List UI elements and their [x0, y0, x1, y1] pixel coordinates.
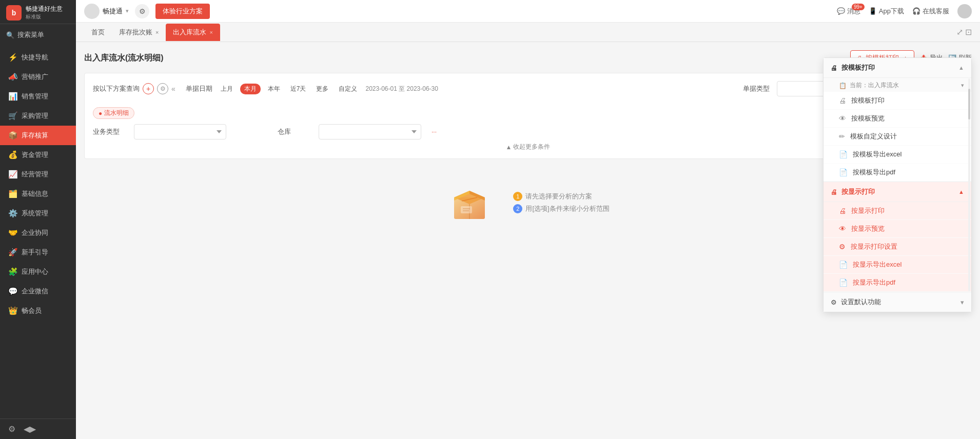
dropdown-item-display-print[interactable]: 🖨 按显示打印 — [824, 202, 971, 220]
active-filter-tag: ● 流水明细 — [93, 107, 134, 119]
tab-flow-close[interactable]: × — [209, 29, 212, 35]
logo-badge: 标准版 — [26, 13, 63, 21]
search-by-label: 按以下方案查询 — [93, 84, 140, 93]
display-settings-item-label: 按显示打印设置 — [851, 242, 897, 251]
sidebar-item-basic[interactable]: 🗂️ 基础信息 — [0, 184, 76, 204]
topbar-settings-btn[interactable]: ⚙ — [135, 4, 149, 18]
sidebar-item-label: 系统管理 — [22, 209, 48, 218]
topbar-avatar[interactable] — [957, 4, 972, 18]
sidebar-item-guide[interactable]: 🚀 新手引导 — [0, 243, 76, 262]
sidebar-item-finance[interactable]: 💰 资金管理 — [0, 145, 76, 165]
tab-batch[interactable]: 库存批次账 × — [112, 24, 166, 41]
sidebar-item-label: 基础信息 — [22, 189, 48, 198]
service-icon: 🎧 — [912, 7, 920, 15]
date-tab-last-month[interactable]: 上月 — [218, 84, 236, 94]
warehouse-more-btn[interactable]: ··· — [432, 128, 437, 135]
display-excel-icon: 📄 — [839, 261, 848, 269]
sidebar-item-collab[interactable]: 🤝 企业协同 — [0, 223, 76, 243]
template-customize-item-label: 模板自定义设计 — [850, 132, 897, 141]
dropdown-item-template-pdf[interactable]: 📄 按模板导出pdf — [824, 164, 971, 182]
dropdown-item-template-preview[interactable]: 👁 按模板预览 — [824, 110, 971, 128]
empty-hint-2: 2 用[选项]条件来缩小分析范围 — [513, 204, 609, 213]
footer-settings-icon: ⚙ — [831, 298, 837, 306]
sidebar-item-appstore[interactable]: 🧩 应用中心 — [0, 262, 76, 282]
tab-flow[interactable]: 出入库流水 × — [166, 24, 220, 41]
user-area[interactable]: 畅捷通 ▾ — [84, 4, 129, 19]
display-settings-icon: ⚙ — [839, 243, 846, 251]
app-download-label: App下载 — [879, 7, 904, 16]
filter-collapse-btn[interactable]: « — [171, 85, 175, 93]
sidebar-item-operation[interactable]: 📈 经营管理 — [0, 165, 76, 184]
template-customize-icon: ✏ — [839, 132, 845, 141]
dropdown-item-display-preview[interactable]: 👁 按显示预览 — [824, 220, 971, 238]
footer-chevron[interactable]: ▾ — [961, 298, 964, 306]
sidebar-item-member[interactable]: 👑 畅会员 — [0, 301, 76, 321]
empty-hints: 1 请先选择要分析的方案 2 用[选项]条件来缩小分析范围 — [513, 192, 609, 213]
sidebar-item-label: 畅会员 — [22, 306, 42, 315]
sidebar-item-quicknav[interactable]: ⚡ 快捷导航 — [0, 48, 76, 67]
dropdown-footer[interactable]: ⚙ 设置默认功能 ▾ — [824, 292, 971, 312]
tab-batch-close[interactable]: × — [155, 29, 159, 35]
sales-icon: 📊 — [8, 92, 17, 101]
business-type-label: 业务类型 — [93, 127, 124, 136]
appstore-icon: 🧩 — [8, 267, 17, 276]
dropdown-item-template-customize[interactable]: ✏ 模板自定义设计 — [824, 128, 971, 146]
date-tab-this-year[interactable]: 本年 — [265, 84, 283, 94]
member-icon: 👑 — [8, 306, 17, 315]
date-tab-more[interactable]: 更多 — [313, 84, 331, 94]
template-excel-icon: 📄 — [839, 150, 848, 158]
sidebar-item-sales[interactable]: 📊 销售管理 — [0, 87, 76, 106]
purchase-icon: 🛒 — [8, 111, 17, 121]
content-area: 首页 库存批次账 × 出入库流水 × ⤢ ⊡ 出入库流水(流水明细) — [76, 23, 980, 439]
dropdown-item-display-settings[interactable]: ⚙ 按显示打印设置 — [824, 238, 971, 256]
date-tab-custom[interactable]: 自定义 — [336, 84, 360, 94]
sidebar-item-inventory[interactable]: 📦 库存核算 — [0, 126, 76, 145]
current-icon: 📋 — [839, 82, 847, 89]
user-dropdown-icon[interactable]: ▾ — [126, 8, 129, 14]
tab-home[interactable]: 首页 — [84, 24, 112, 41]
tab-expand-btn[interactable]: ⤢ — [956, 27, 963, 37]
solution-btn[interactable]: 体验行业方案 — [155, 4, 210, 19]
sidebar-item-label: 营销推广 — [22, 72, 48, 82]
sidebar-item-system[interactable]: ⚙️ 系统管理 — [0, 204, 76, 223]
inventory-icon: 📦 — [8, 131, 17, 140]
message-btn[interactable]: 💬 消息 99+ — [837, 7, 860, 16]
search-menu-label: 搜索菜单 — [17, 30, 44, 39]
collapse-btn[interactable]: ▲ 收起更多条件 — [506, 143, 551, 151]
display-pdf-icon: 📄 — [839, 278, 848, 287]
dropdown-item-display-excel[interactable]: 📄 按显示导出excel — [824, 256, 971, 274]
template-section-chevron[interactable]: ▲ — [958, 65, 964, 71]
filter-settings-btn[interactable]: ⚙ — [157, 83, 168, 94]
tab-collapse-btn[interactable]: ⊡ — [965, 27, 972, 37]
add-filter-btn[interactable]: + — [143, 83, 154, 94]
online-service-btn[interactable]: 🎧 在线客服 — [912, 7, 949, 16]
logo-name: 畅捷通好生意 — [26, 5, 63, 13]
sidebar-search[interactable]: 🔍 搜索菜单 — [0, 24, 76, 46]
chevron-up-icon: ▲ — [506, 144, 512, 151]
date-tab-this-month[interactable]: 本月 — [240, 84, 261, 94]
business-type-select[interactable] — [134, 124, 226, 139]
sidebar-item-purchase[interactable]: 🛒 采购管理 — [0, 106, 76, 126]
date-tab-7days[interactable]: 近7天 — [287, 84, 309, 94]
display-section-chevron[interactable]: ▲ — [958, 189, 964, 195]
template-preview-icon: 👁 — [839, 114, 846, 123]
bottom-settings-icon[interactable]: ⚙ — [8, 424, 15, 434]
basic-icon: 🗂️ — [8, 189, 17, 198]
footer-label: 设置默认功能 — [841, 297, 881, 307]
empty-hint-1: 1 请先选择要分析的方案 — [513, 192, 609, 201]
dropdown-item-template-print[interactable]: 🖨 按模板打印 — [824, 92, 971, 110]
dropdown-item-template-excel[interactable]: 📄 按模板导出excel — [824, 146, 971, 164]
sidebar-item-wechat[interactable]: 💬 企业微信 — [0, 282, 76, 301]
sidebar-item-marketing[interactable]: 📣 营销推广 — [0, 67, 76, 87]
page-title: 出入库流水(流水明细) — [84, 53, 164, 64]
current-template-row: 📋 当前：出入库流水 ▾ — [824, 78, 971, 92]
warehouse-label: 仓库 — [278, 127, 308, 136]
bottom-help-icon[interactable]: ◀▶ — [24, 424, 36, 434]
app-download-btn[interactable]: 📱 App下载 — [869, 7, 904, 16]
dropdown-item-display-pdf[interactable]: 📄 按显示导出pdf — [824, 274, 971, 292]
template-print-section-header[interactable]: 🖨 按模板打印 ▲ — [824, 58, 971, 78]
search-menu-btn[interactable]: 🔍 搜索菜单 — [6, 28, 70, 42]
warehouse-select[interactable] — [319, 124, 421, 139]
display-print-section-header[interactable]: 🖨 按显示打印 ▲ — [824, 182, 971, 202]
current-chevron[interactable]: ▾ — [961, 82, 964, 89]
